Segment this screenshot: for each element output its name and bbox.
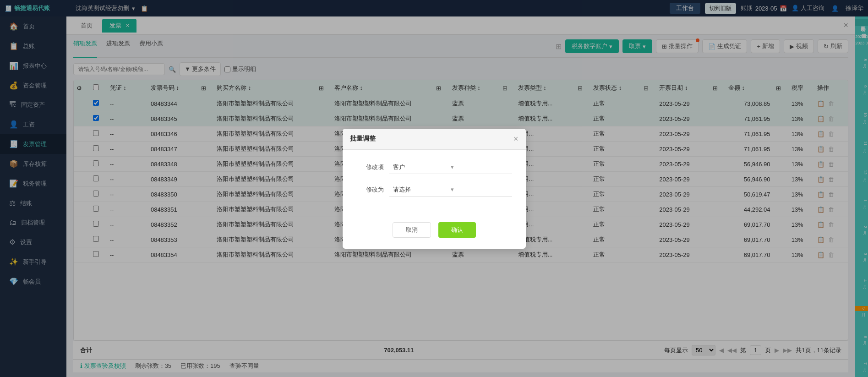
modal-close-btn[interactable]: × <box>513 134 519 144</box>
cancel-btn[interactable]: 取消 <box>393 222 431 238</box>
modal-body: 修改项 客户 ▾ 修改为 请选择 ▾ <box>343 150 526 217</box>
field-select[interactable]: 客户 ▾ <box>389 161 512 174</box>
field-label: 修改项 <box>356 163 384 171</box>
modify-value-row: 修改为 请选择 ▾ <box>356 183 512 197</box>
confirm-btn[interactable]: 确认 <box>438 222 476 238</box>
modal-footer: 取消 确认 <box>343 217 526 249</box>
value-label: 修改为 <box>356 186 384 194</box>
batch-adjust-modal: 批量调整 × 修改项 客户 ▾ 修改为 请选择 ▾ 取消 确认 <box>343 129 526 249</box>
value-chevron-icon: ▾ <box>451 186 508 193</box>
modal-header: 批量调整 × <box>343 129 526 150</box>
modify-field-row: 修改项 客户 ▾ <box>356 161 512 174</box>
field-value: 客户 <box>393 163 451 171</box>
value-select[interactable]: 请选择 ▾ <box>389 183 512 197</box>
field-chevron-icon: ▾ <box>451 164 508 170</box>
value-placeholder: 请选择 <box>393 186 451 194</box>
modal-overlay: 批量调整 × 修改项 客户 ▾ 修改为 请选择 ▾ 取消 确认 <box>0 0 868 377</box>
modal-title: 批量调整 <box>350 135 376 143</box>
